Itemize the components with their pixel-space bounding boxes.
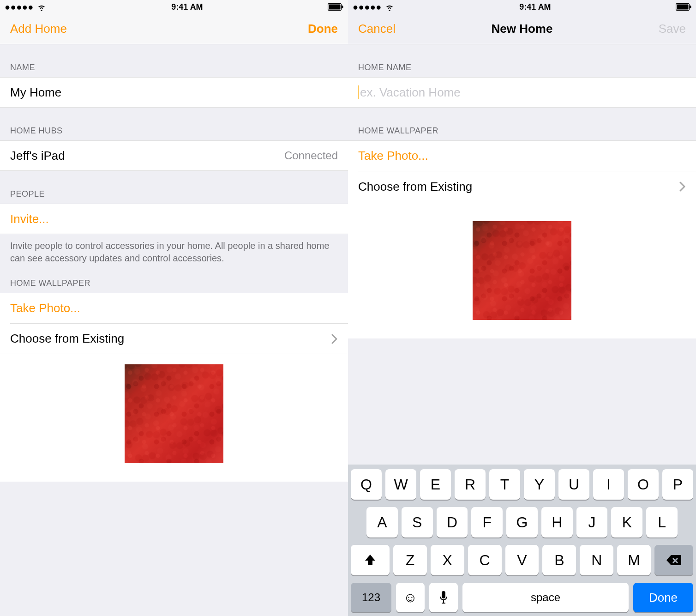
key-p[interactable]: P: [662, 469, 693, 500]
key-x[interactable]: X: [431, 545, 464, 575]
key-m[interactable]: M: [617, 545, 651, 575]
key-done[interactable]: Done: [633, 583, 693, 612]
svg-rect-1: [329, 5, 340, 10]
hub-device-cell[interactable]: Jeff's iPad Connected: [0, 140, 348, 171]
svg-rect-2: [342, 6, 343, 8]
key-q[interactable]: Q: [351, 469, 382, 500]
nav-add-home-button[interactable]: Add Home: [10, 22, 67, 36]
shift-icon: [364, 554, 377, 567]
take-photo-cell[interactable]: Take Photo...: [348, 140, 696, 171]
section-header-people: PEOPLE: [0, 171, 348, 204]
nav-title: New Home: [414, 22, 630, 36]
key-j[interactable]: J: [576, 507, 608, 537]
key-space[interactable]: space: [462, 583, 629, 612]
key-w[interactable]: W: [385, 469, 416, 500]
home-name-input[interactable]: [360, 85, 686, 100]
key-u[interactable]: U: [558, 469, 589, 500]
nav-bar: Add Home Done: [0, 14, 348, 44]
text-cursor: [358, 85, 359, 99]
signal-dots-icon: ●●●●●: [353, 2, 382, 12]
choose-existing-label: Choose from Existing: [358, 180, 472, 194]
key-o[interactable]: O: [628, 469, 659, 500]
status-left: ●●●●●: [353, 2, 395, 12]
keyboard-row-1: Q W E R T Y U I O P: [351, 469, 693, 500]
key-shift[interactable]: [351, 545, 390, 575]
choose-existing-cell[interactable]: Choose from Existing: [0, 324, 348, 354]
key-r[interactable]: R: [455, 469, 486, 500]
mic-icon: [439, 591, 448, 604]
section-header-name: NAME: [0, 44, 348, 77]
wifi-icon: [384, 2, 395, 12]
take-photo-label: Take Photo...: [10, 301, 80, 315]
home-name-value: My Home: [10, 85, 61, 100]
section-header-wallpaper: HOME WALLPAPER: [0, 265, 348, 293]
people-footer-text: Invite people to control accessories in …: [0, 234, 348, 265]
section-header-hubs: HOME HUBS: [0, 108, 348, 140]
svg-rect-6: [442, 591, 445, 598]
key-b[interactable]: B: [542, 545, 576, 575]
section-header-home-name: HOME NAME: [348, 44, 696, 77]
wallpaper-preview-image[interactable]: [473, 221, 571, 320]
content-area: HOME NAME HOME WALLPAPER Take Photo... C…: [348, 44, 696, 616]
status-right: [328, 3, 343, 11]
wifi-icon: [36, 2, 47, 12]
key-z[interactable]: Z: [393, 545, 427, 575]
key-h[interactable]: H: [541, 507, 573, 537]
key-f[interactable]: F: [471, 507, 503, 537]
status-left: ●●●●●: [5, 2, 47, 12]
key-d[interactable]: D: [437, 507, 468, 537]
battery-icon: [676, 3, 691, 11]
key-k[interactable]: K: [611, 507, 642, 537]
hub-device-status: Connected: [284, 149, 338, 162]
key-emoji[interactable]: ☺: [396, 583, 425, 612]
choose-existing-cell[interactable]: Choose from Existing: [348, 171, 696, 202]
key-g[interactable]: G: [506, 507, 538, 537]
invite-cell[interactable]: Invite...: [0, 204, 348, 234]
backspace-icon: [666, 554, 682, 567]
screen-home-settings: ●●●●● 9:41 AM Add Home Done NAME My Home…: [0, 0, 348, 616]
take-photo-label: Take Photo...: [358, 149, 428, 163]
emoji-icon: ☺: [403, 590, 418, 605]
key-t[interactable]: T: [489, 469, 520, 500]
nav-done-button[interactable]: Done: [282, 22, 338, 36]
key-n[interactable]: N: [580, 545, 613, 575]
status-time: 9:41 AM: [171, 2, 203, 12]
signal-dots-icon: ●●●●●: [5, 2, 34, 12]
invite-label: Invite...: [10, 212, 49, 226]
take-photo-cell[interactable]: Take Photo...: [0, 293, 348, 323]
keyboard-row-2: A S D F G H J K L: [351, 507, 693, 537]
keyboard-row-4: 123 ☺ space Done: [351, 583, 693, 612]
chevron-right-icon: [331, 334, 338, 344]
key-i[interactable]: I: [593, 469, 624, 500]
home-name-input-cell[interactable]: [348, 77, 696, 108]
status-bar: ●●●●● 9:41 AM: [0, 0, 348, 14]
key-e[interactable]: E: [420, 469, 451, 500]
key-c[interactable]: C: [468, 545, 502, 575]
key-a[interactable]: A: [366, 507, 398, 537]
key-backspace[interactable]: [654, 545, 693, 575]
section-header-wallpaper: HOME WALLPAPER: [348, 108, 696, 140]
chevron-right-icon: [679, 181, 686, 192]
status-right: [676, 3, 691, 11]
status-bar: ●●●●● 9:41 AM: [348, 0, 696, 14]
key-dictation[interactable]: [429, 583, 458, 612]
home-name-cell[interactable]: My Home: [0, 77, 348, 108]
content-area: NAME My Home HOME HUBS Jeff's iPad Conne…: [0, 44, 348, 616]
keyboard-row-3: Z X C V B N M: [351, 545, 693, 575]
hub-device-name: Jeff's iPad: [10, 149, 65, 163]
wallpaper-preview-image[interactable]: [125, 364, 223, 463]
key-numbers[interactable]: 123: [351, 583, 391, 612]
nav-save-button[interactable]: Save: [630, 22, 686, 36]
key-v[interactable]: V: [505, 545, 539, 575]
svg-rect-5: [690, 6, 691, 8]
status-time: 9:41 AM: [519, 2, 551, 12]
key-l[interactable]: L: [646, 507, 678, 537]
battery-icon: [328, 3, 343, 11]
choose-existing-label: Choose from Existing: [10, 332, 124, 346]
screen-new-home: ●●●●● 9:41 AM Cancel New Home Save HOME …: [348, 0, 696, 616]
nav-bar: Cancel New Home Save: [348, 14, 696, 44]
nav-cancel-button[interactable]: Cancel: [358, 22, 414, 36]
svg-rect-4: [677, 5, 688, 10]
key-y[interactable]: Y: [524, 469, 555, 500]
key-s[interactable]: S: [402, 507, 433, 537]
